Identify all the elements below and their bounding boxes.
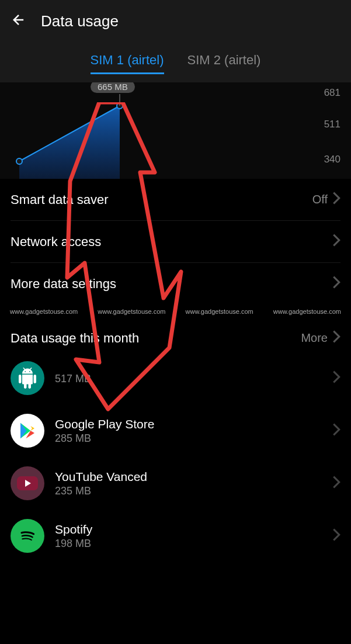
tab-sim1[interactable]: SIM 1 (airtel) xyxy=(91,53,164,74)
setting-label: More data settings xyxy=(11,276,116,292)
section-title: Data usage this month xyxy=(11,331,139,346)
app-row-vanced[interactable]: YouTube Vanced 235 MB xyxy=(11,457,340,510)
smart-data-saver-row[interactable]: Smart data saver Off xyxy=(11,179,340,221)
more-link[interactable]: More xyxy=(301,330,340,346)
chevron-right-icon xyxy=(332,234,340,250)
youtube-vanced-icon xyxy=(11,466,44,500)
app-row-android[interactable]: 517 MB xyxy=(11,352,340,404)
chevron-right-icon xyxy=(332,276,340,292)
chevron-right-icon xyxy=(332,476,340,491)
sim-tabs: SIM 1 (airtel) SIM 2 (airtel) xyxy=(0,42,351,82)
chevron-right-icon xyxy=(332,371,340,386)
setting-label: Smart data saver xyxy=(11,192,109,207)
chevron-right-icon xyxy=(332,192,340,207)
app-usage: 517 MB xyxy=(55,373,322,385)
chevron-right-icon xyxy=(332,330,340,346)
chart-tooltip: 665 MB xyxy=(91,82,135,93)
back-arrow-icon[interactable] xyxy=(11,12,27,30)
more-data-settings-row[interactable]: More data settings xyxy=(11,263,340,304)
watermark: www.gadgetstouse.com www.gadgetstouse.co… xyxy=(0,304,351,318)
app-name: Spotify xyxy=(55,522,322,536)
network-access-row[interactable]: Network access xyxy=(11,221,340,263)
setting-label: Network access xyxy=(11,234,101,250)
tab-sim2[interactable]: SIM 2 (airtel) xyxy=(187,53,261,74)
app-usage-list: 517 MB Google Play Store 285 MB YouTube … xyxy=(0,352,351,562)
setting-value-text: Off xyxy=(312,193,328,206)
settings-list: Smart data saver Off Network access More… xyxy=(0,179,351,304)
play-store-icon xyxy=(11,414,44,448)
android-icon xyxy=(11,361,44,395)
app-usage: 198 MB xyxy=(55,538,322,550)
app-row-play-store[interactable]: Google Play Store 285 MB xyxy=(11,404,340,457)
app-usage: 285 MB xyxy=(55,432,322,445)
chevron-right-icon xyxy=(332,528,340,543)
page-title: Data usage xyxy=(41,12,119,30)
usage-chart: 665 MB 681 511 340 xyxy=(0,82,351,179)
app-row-spotify[interactable]: Spotify 198 MB xyxy=(11,510,340,562)
chevron-right-icon xyxy=(332,423,340,438)
svg-marker-0 xyxy=(19,106,120,179)
usage-section-header: Data usage this month More xyxy=(0,318,351,352)
app-name: Google Play Store xyxy=(55,417,322,431)
svg-point-2 xyxy=(16,158,22,164)
app-usage: 235 MB xyxy=(55,485,322,497)
app-name: YouTube Vanced xyxy=(55,470,322,484)
spotify-icon xyxy=(11,519,44,553)
app-header: Data usage xyxy=(0,0,351,42)
